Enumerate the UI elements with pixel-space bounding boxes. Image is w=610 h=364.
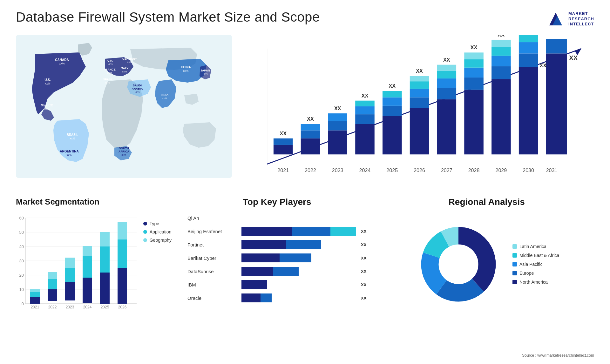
svg-text:2029: 2029 <box>495 167 507 173</box>
svg-text:xx%: xx% <box>121 153 126 156</box>
svg-text:2023: 2023 <box>332 167 343 173</box>
svg-rect-66 <box>410 98 429 108</box>
svg-rect-124 <box>48 279 57 289</box>
svg-text:xx%: xx% <box>135 91 139 93</box>
svg-rect-69 <box>410 76 429 81</box>
svg-text:XX: XX <box>498 35 505 37</box>
legend-app-label: Application <box>150 229 172 234</box>
player-row: IBM XX <box>187 280 366 289</box>
svg-text:2021: 2021 <box>31 305 39 309</box>
legend-label: Asia Pacific <box>519 262 542 267</box>
svg-text:xx%: xx% <box>127 61 132 64</box>
svg-text:JAPAN: JAPAN <box>200 69 210 72</box>
bar-seg <box>286 240 321 249</box>
player-row: Beijing Esafenet XX <box>187 227 366 236</box>
svg-text:SOUTH: SOUTH <box>119 147 129 150</box>
bar-seg <box>241 280 267 289</box>
legend-type-label: Type <box>150 221 159 226</box>
svg-text:2026: 2026 <box>414 167 425 173</box>
svg-text:XX: XX <box>389 83 396 89</box>
svg-text:GERMANY: GERMANY <box>122 57 137 60</box>
bar-seg <box>241 267 273 276</box>
legend-app-dot <box>143 230 147 234</box>
player-bar-container <box>241 293 356 302</box>
header: Database Firewall System Market Size and… <box>16 10 594 29</box>
world-map-svg: CANADA xx% U.S. xx% MEXICO xx% BRAZIL xx… <box>16 35 232 178</box>
svg-text:2028: 2028 <box>468 167 480 173</box>
svg-text:10: 10 <box>19 287 24 292</box>
chart-section: XX 2021 XX 2022 XX 2023 <box>241 35 594 187</box>
svg-rect-81 <box>464 68 484 78</box>
svg-rect-40 <box>274 138 293 145</box>
player-label: XX <box>361 229 366 234</box>
legend-geo-dot <box>143 238 147 242</box>
legend-geo-label: Geography <box>150 238 172 243</box>
svg-rect-88 <box>491 56 511 66</box>
svg-rect-89 <box>491 47 511 56</box>
svg-text:ARGENTINA: ARGENTINA <box>60 150 78 153</box>
svg-rect-90 <box>491 40 511 47</box>
svg-rect-56 <box>355 101 375 106</box>
logo-icon <box>546 10 565 29</box>
svg-text:xx%: xx% <box>183 69 188 72</box>
donut-chart <box>414 220 503 309</box>
bar-seg <box>241 293 261 302</box>
world-map: CANADA xx% U.S. xx% MEXICO xx% BRAZIL xx… <box>16 35 232 178</box>
player-bar-container <box>241 267 356 276</box>
regional-title: Regional Analysis <box>379 197 594 207</box>
svg-text:xx%: xx% <box>44 107 50 111</box>
player-bar <box>241 280 356 289</box>
player-row: Oracle XX <box>187 293 366 302</box>
svg-text:2023: 2023 <box>66 305 74 309</box>
svg-point-149 <box>439 245 478 283</box>
legend-dot <box>512 262 517 266</box>
svg-text:SAUDI: SAUDI <box>133 84 142 87</box>
page: Database Firewall System Market Size and… <box>0 0 610 364</box>
player-row: DataSunrise XX <box>187 267 366 276</box>
donut-svg <box>414 220 503 309</box>
page-title: Database Firewall System Market Size and… <box>16 10 320 25</box>
map-section: CANADA xx% U.S. xx% MEXICO xx% BRAZIL xx… <box>16 35 232 187</box>
svg-text:20: 20 <box>19 273 24 278</box>
svg-rect-121 <box>30 289 40 292</box>
svg-rect-87 <box>491 66 511 79</box>
svg-text:SPAIN: SPAIN <box>103 78 112 81</box>
svg-rect-75 <box>437 71 457 78</box>
svg-rect-132 <box>83 256 92 278</box>
svg-rect-50 <box>328 113 347 121</box>
player-row: Barikat Cyber XX <box>187 253 366 262</box>
svg-text:0: 0 <box>22 301 24 306</box>
svg-rect-119 <box>30 297 40 304</box>
player-bar-container <box>241 227 356 236</box>
seg-legend: Type Application Geography <box>143 221 172 243</box>
svg-text:FRANCE: FRANCE <box>104 68 116 71</box>
legend-asia-pacific: Asia Pacific <box>512 262 559 267</box>
bar-seg <box>330 227 356 236</box>
player-bar-container <box>241 253 356 262</box>
legend-north-america: North America <box>512 280 559 285</box>
legend-europe: Europe <box>512 271 559 276</box>
legend-type-dot <box>143 222 147 226</box>
bar-seg <box>241 227 292 236</box>
player-name: Oracle <box>187 295 238 301</box>
svg-rect-43 <box>301 138 320 154</box>
logo: MARKET RESEARCH INTELLECT <box>546 10 594 29</box>
svg-text:xx%: xx% <box>203 72 207 75</box>
svg-rect-129 <box>65 258 75 268</box>
svg-rect-82 <box>464 59 484 68</box>
players-title: Top Key Players <box>184 197 369 207</box>
svg-rect-139 <box>118 268 127 304</box>
svg-rect-80 <box>464 78 484 90</box>
player-bar-container <box>241 280 356 289</box>
player-bar <box>241 293 356 302</box>
svg-text:XX: XX <box>334 105 341 111</box>
players-section: Top Key Players Qi An Beijing Esafenet <box>184 197 369 349</box>
legend-type: Type <box>143 221 172 226</box>
svg-text:INDIA: INDIA <box>161 93 169 97</box>
svg-text:60: 60 <box>19 216 24 220</box>
player-label: XX <box>361 242 366 247</box>
legend-latin-america: Latin America <box>512 244 559 249</box>
player-name: Beijing Esafenet <box>187 229 238 234</box>
player-name: Qi An <box>187 215 238 221</box>
svg-rect-73 <box>437 88 457 99</box>
